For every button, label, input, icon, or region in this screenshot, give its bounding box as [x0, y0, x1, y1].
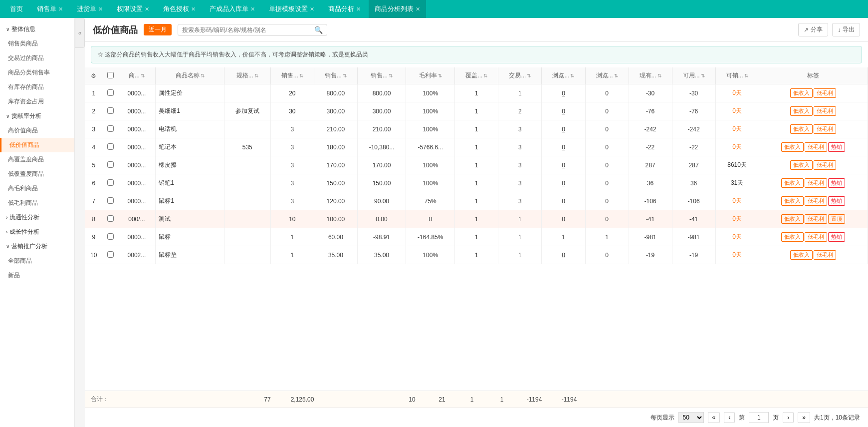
share-button[interactable]: ↗ 分享 [798, 23, 828, 36]
row-checkbox-cell[interactable] [103, 246, 118, 264]
sidebar-section-circulation[interactable]: ›流通性分析 [0, 210, 74, 225]
nav-sales[interactable]: 销售单 ✕ [31, 0, 69, 18]
search-input[interactable] [182, 26, 311, 33]
nav-role-auth[interactable]: 角色授权 ✕ [157, 0, 202, 18]
col-saleable[interactable]: 可销... ⇅ [715, 67, 759, 84]
col-current-stock[interactable]: 现有... ⇅ [629, 67, 672, 84]
col-browse2[interactable]: 浏览... ⇅ [585, 67, 629, 84]
next-page-button[interactable]: › [783, 412, 794, 423]
nav-purchase[interactable]: 进货单 ✕ [71, 0, 109, 18]
sidebar-item-in-stock[interactable]: 有库存的商品 [0, 80, 74, 94]
row-checkbox[interactable] [107, 251, 114, 258]
col-settings[interactable]: ⚙ [85, 67, 103, 84]
row-checkbox[interactable] [107, 233, 114, 240]
nav-template[interactable]: 单据模板设置 ✕ [263, 0, 320, 18]
col-name[interactable]: 商品名称 ⇅ [156, 67, 224, 84]
nav-home[interactable]: 首页 [4, 0, 29, 18]
sidebar-item-low-profit[interactable]: 低毛利商品 [0, 196, 74, 210]
sidebar-item-new-products[interactable]: 新品 [0, 268, 74, 283]
row-browse1[interactable]: 0 [542, 210, 585, 228]
close-permissions-icon[interactable]: ✕ [145, 6, 149, 12]
row-checkbox-cell[interactable] [103, 120, 118, 138]
time-filter-button[interactable]: 近一月 [144, 24, 172, 35]
row-checkbox-cell[interactable] [103, 138, 118, 156]
nav-product-entry[interactable]: 产成品入库单 ✕ [204, 0, 261, 18]
sidebar-section-growth[interactable]: ›成长性分析 [0, 225, 74, 239]
col-sales-gross[interactable]: 销售... ⇅ [357, 67, 406, 84]
row-browse1[interactable]: 0 [542, 246, 585, 264]
sidebar-item-sales-products[interactable]: 销售类商品 [0, 36, 74, 51]
col-trade[interactable]: 交易... ⇅ [498, 67, 542, 84]
page-number-input[interactable] [749, 412, 769, 423]
close-sales-icon[interactable]: ✕ [58, 6, 63, 12]
col-gross-rate[interactable]: 毛利率 ⇅ [406, 67, 455, 84]
sidebar-item-category-rate[interactable]: 商品分类销售率 [0, 65, 74, 80]
sidebar-section-marketing[interactable]: ∨营销推广分析 [0, 239, 74, 254]
row-checkbox-cell[interactable] [103, 156, 118, 174]
sidebar-item-high-coverage[interactable]: 高覆盖度商品 [0, 152, 74, 167]
row-checkbox-cell[interactable] [103, 192, 118, 210]
row-browse1[interactable]: 0 [542, 84, 585, 102]
settings-icon[interactable]: ⚙ [91, 72, 96, 79]
row-checkbox[interactable] [107, 215, 114, 222]
row-checkbox-cell[interactable] [103, 210, 118, 228]
close-role-icon[interactable]: ✕ [191, 6, 196, 12]
row-browse1[interactable]: 0 [542, 174, 585, 192]
col-spec[interactable]: 规格... ⇅ [224, 67, 270, 84]
export-icon: ↓ [838, 26, 841, 33]
row-checkbox-cell[interactable] [103, 228, 118, 246]
sidebar-item-traded[interactable]: 交易过的商品 [0, 51, 74, 65]
row-browse1[interactable]: 1 [542, 228, 585, 246]
per-page-select[interactable]: 50 100 200 [678, 412, 704, 423]
col-code[interactable]: 商... ⇅ [118, 67, 156, 84]
row-checkbox[interactable] [107, 179, 114, 186]
row-current-stock: -76 [629, 102, 672, 120]
close-analysis-icon[interactable]: ✕ [356, 6, 361, 12]
export-button[interactable]: ↓ 导出 [832, 23, 860, 36]
sidebar-section-contribution[interactable]: ∨贡献率分析 [0, 109, 74, 123]
sidebar-item-high-profit[interactable]: 高毛利商品 [0, 181, 74, 196]
col-browse1[interactable]: 浏览... ⇅ [542, 67, 585, 84]
prev-page-button[interactable]: ‹ [724, 412, 735, 423]
row-checkbox-cell[interactable] [103, 174, 118, 192]
sidebar-item-high-value[interactable]: 高价值商品 [0, 123, 74, 138]
row-current-stock: -106 [629, 192, 672, 210]
row-checkbox[interactable] [107, 107, 114, 114]
sidebar-item-low-coverage[interactable]: 低覆盖度商品 [0, 167, 74, 181]
col-sales-amount[interactable]: 销售... ⇅ [314, 67, 357, 84]
row-browse1[interactable]: 0 [542, 138, 585, 156]
nav-permissions[interactable]: 权限设置 ✕ [111, 0, 155, 18]
row-checkbox-cell[interactable] [103, 84, 118, 102]
row-browse1[interactable]: 0 [542, 192, 585, 210]
footer-sales-amount: 2,125.00 [282, 396, 322, 403]
col-coverage[interactable]: 覆盖... ⇅ [455, 67, 498, 84]
close-product-entry-icon[interactable]: ✕ [250, 6, 255, 12]
close-analysis-list-icon[interactable]: ✕ [416, 6, 420, 12]
table-container[interactable]: ⚙ 商... ⇅ 商品名称 ⇅ 规格... ⇅ 销售... ⇅ 销售... ⇅ … [85, 67, 868, 391]
nav-product-analysis[interactable]: 商品分析 ✕ [322, 0, 367, 18]
sidebar-section-overall[interactable]: ∨整体信息 [0, 22, 74, 36]
row-browse1[interactable]: 0 [542, 120, 585, 138]
search-icon[interactable]: 🔍 [314, 26, 323, 34]
last-page-button[interactable]: » [798, 412, 810, 423]
close-template-icon[interactable]: ✕ [310, 6, 314, 12]
sidebar-item-all-products[interactable]: 全部商品 [0, 254, 74, 268]
sidebar-collapse-button[interactable]: « [75, 18, 85, 48]
row-browse1[interactable]: 0 [542, 156, 585, 174]
select-all-checkbox[interactable] [107, 72, 114, 78]
sidebar-item-stock-fund[interactable]: 库存资金占用 [0, 94, 74, 109]
col-sales-qty[interactable]: 销售... ⇅ [270, 67, 314, 84]
nav-product-analysis-list[interactable]: 商品分析列表 ✕ [369, 0, 426, 18]
row-checkbox[interactable] [107, 161, 114, 168]
row-code: 0000... [118, 156, 156, 174]
sidebar-item-low-value[interactable]: 低价值商品 [0, 138, 74, 152]
row-browse1[interactable]: 0 [542, 102, 585, 120]
close-purchase-icon[interactable]: ✕ [98, 6, 103, 12]
first-page-button[interactable]: « [708, 412, 720, 423]
row-checkbox[interactable] [107, 125, 114, 132]
row-checkbox-cell[interactable] [103, 102, 118, 120]
row-checkbox[interactable] [107, 143, 114, 150]
col-available[interactable]: 可用... ⇅ [672, 67, 715, 84]
row-checkbox[interactable] [107, 89, 114, 96]
row-checkbox[interactable] [107, 197, 114, 204]
